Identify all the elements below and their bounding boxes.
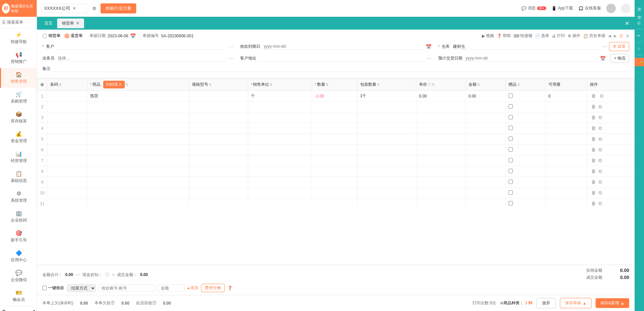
th-amount[interactable]: 金额⇅ [465,79,505,91]
copy-row-6[interactable]: ⧉ [597,146,603,153]
shortcut-action[interactable]: ⌨ 快捷键 [514,33,532,39]
save-new-chevron-icon[interactable]: ▲ [620,301,624,306]
delete-row-9[interactable]: 🗑 [590,179,597,185]
date-picker-icon[interactable]: 📅 [130,33,136,39]
sidebar-item-inventory[interactable]: 📦 库存核算 [0,108,37,127]
amount-input[interactable] [158,284,185,292]
expected-date-calendar-icon[interactable]: 📅 [600,56,606,61]
collapse-icon[interactable]: ◀ [32,309,35,311]
th-barcode[interactable]: 条码⇅ [47,79,87,91]
delete-row-8[interactable]: 🗑 [590,168,597,174]
view-grid-icon[interactable]: ⊞ [626,34,629,38]
expected-date-input[interactable] [464,55,598,62]
delete-row-1[interactable]: 🗑 [590,92,597,99]
help-action[interactable]: ❓ 帮助 [497,33,511,39]
radio-return-order[interactable]: 退货单 [65,33,83,39]
sidebar-search[interactable]: ☰ 搜索菜单 [0,17,37,28]
gift-checkbox-8[interactable] [508,169,513,173]
ops-action[interactable]: ⚙ 操作 [568,33,580,39]
product-2[interactable] [87,102,189,112]
prev-icon[interactable]: ◀ [608,34,611,38]
sidebar-item-wechat[interactable]: 💬 企业微信 [0,266,37,286]
th-gift[interactable]: 赠品⇅ [505,79,545,91]
barcode-2[interactable] [47,102,87,112]
save-new-button[interactable]: 保存&新增 ▲ [596,298,629,308]
customer-input[interactable] [56,43,227,50]
sidebar-item-guide[interactable]: 🎯 新手引导 [0,227,37,246]
settings-bottom-icon[interactable]: ⚙ [2,309,6,311]
copy-row-11[interactable]: ⧉ [597,200,603,206]
delete-row-11[interactable]: 🗑 [590,200,597,206]
copy-row-8[interactable]: ⧉ [597,168,603,175]
rp-safe-item[interactable]: 安 [636,11,643,14]
rp-eye-item[interactable]: ◎ [636,20,643,27]
rp-lock-item[interactable]: 🔒 [635,58,644,66]
tab-close-icon[interactable]: ✕ [76,21,79,26]
gift-checkbox-10[interactable] [508,190,513,195]
delete-row-2[interactable]: 🗑 [590,103,597,110]
bank-account-input[interactable] [99,284,155,292]
view-list-icon[interactable]: ☰ [619,34,623,38]
radio-sales-order[interactable]: 销货单 [42,33,61,39]
gift-checkbox-11[interactable] [508,201,513,205]
scan-button[interactable]: 扫码录入 [103,81,125,88]
rp-edit-item[interactable]: ✏ [636,32,643,39]
sidebar-item-basics[interactable]: 📋 基础信息 [0,167,37,187]
copy-row-9[interactable]: ⧉ [597,179,603,186]
rp-skin-item[interactable]: 皮 [636,3,643,5]
copy-row-10[interactable]: ⧉ [597,189,603,196]
delete-row-3[interactable]: 🗑 [590,114,597,121]
online-support-item[interactable]: 🎧 在线客服 [578,5,601,11]
qty-1[interactable]: -1.00 [312,91,357,102]
next-icon[interactable]: ▶ [614,34,617,38]
barcode-1[interactable] [47,91,87,102]
warehouse-more-icon[interactable]: ··· [602,44,607,50]
salesperson-input[interactable] [56,55,227,62]
th-qty[interactable]: *数量⇅ [312,79,357,91]
pkg-qty-1[interactable]: 1个 [357,91,416,102]
customer-addr-more-icon[interactable]: ··· [427,55,431,62]
th-unit[interactable]: *销售单位⇅ [248,79,312,91]
due-date-calendar-icon[interactable]: 📅 [426,44,431,49]
sidebar-item-marketing[interactable]: 📢 营销推广 [0,48,37,68]
th-settings[interactable]: ⚙ [37,79,47,91]
customer-addr-input[interactable] [258,55,425,62]
select-action[interactable]: 📄 选单 [535,33,549,39]
messages-item[interactable]: 💬 消息 99+ [521,5,546,11]
delete-row-5[interactable]: 🗑 [590,135,597,142]
rp-star-item[interactable]: ☆ [636,45,643,52]
due-date-input[interactable] [262,43,423,50]
sidebar-item-finance[interactable]: 💰 资金管理 [0,127,37,147]
delete-row-10[interactable]: 🗑 [590,189,597,196]
settings-button[interactable]: ⚙ 设置 [609,42,629,51]
sidebar-item-quick-nav[interactable]: ⚡ 快捷导航 [0,28,37,48]
cash-discount-info-icon[interactable]: ⓘ [105,272,109,278]
copy-row-3[interactable]: ⧉ [597,114,603,121]
gift-checkbox-1[interactable] [508,93,513,98]
spec-1[interactable] [189,91,248,102]
product-1[interactable]: 拣货 [87,91,189,102]
sidebar-item-enterprise[interactable]: 🏢 企业协同 [0,207,37,227]
sidebar-item-purchase[interactable]: 🛒 采购管理 [0,88,37,108]
window-close-button[interactable]: ✕ [622,20,632,27]
table-wrap[interactable]: ⚙ 条码⇅ *商品 扫码录入 ⇅ 规格型号⇅ *销售单 [37,78,635,206]
gift-checkbox-4[interactable] [508,126,513,130]
gift-checkbox-7[interactable] [508,158,513,162]
sidebar-item-sales[interactable]: 🏠 销售管理 [0,68,37,88]
salesperson-more-icon[interactable]: ··· [229,55,233,62]
unit-price-1[interactable]: 0.00 [416,91,465,102]
company-selector[interactable]: XXXXXX公司 ▼ [41,4,88,13]
delete-row-6[interactable]: 🗑 [590,146,597,153]
sidebar-item-system[interactable]: ⚙ 系统管理 [0,187,37,207]
th-unit-price[interactable]: 单价ⓘ⇅ [416,79,465,91]
gift-checkbox-9[interactable] [508,180,513,184]
gift-checkbox-3[interactable] [508,115,513,119]
discard-button[interactable]: 放弃 [536,298,556,308]
save-draft-chevron-icon[interactable]: ▲ [582,301,586,306]
gift-checkbox-6[interactable] [508,147,513,152]
customer-more-icon[interactable]: ··· [229,44,233,50]
sidebar-item-appstore[interactable]: 🔷 应用中心 [0,246,37,266]
copy-row-1[interactable]: ⧉ [599,92,605,100]
expense-split-button[interactable]: 费用分摊 [201,284,225,292]
gift-checkbox-2[interactable] [508,104,513,109]
